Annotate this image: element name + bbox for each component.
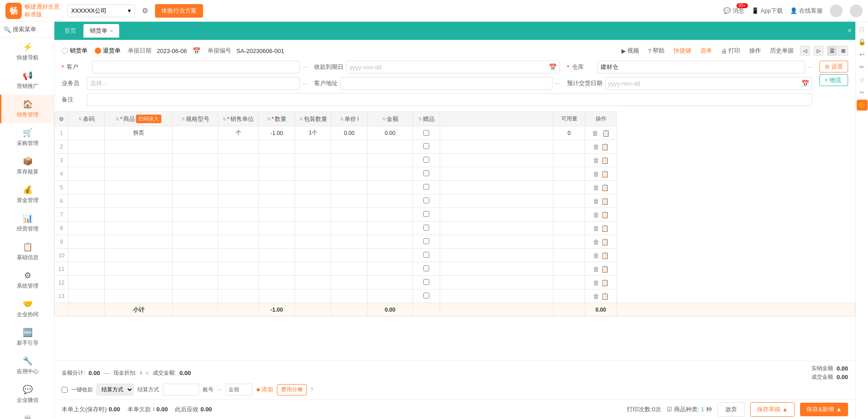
account-input[interactable]	[163, 384, 199, 395]
print-btn[interactable]: 🖨 打印	[718, 45, 743, 56]
delete-row-btn[interactable]: 🗑	[592, 238, 600, 246]
view-list-btn[interactable]: ☰	[827, 46, 837, 56]
copy-row-btn[interactable]: 📋	[600, 170, 610, 178]
avatar-extra[interactable]	[850, 5, 863, 17]
copy-row-btn[interactable]: 📋	[600, 225, 610, 232]
delete-row-btn[interactable]: 🗑	[592, 157, 600, 164]
copy-row-btn[interactable]: 📋	[600, 184, 610, 191]
copy-row-btn[interactable]: 📋	[601, 130, 611, 137]
tab-home[interactable]: 首页	[58, 24, 82, 38]
gift-checkbox[interactable]	[423, 225, 429, 231]
rs-btn-2[interactable]: 🔒	[857, 36, 868, 47]
gift-checkbox[interactable]	[423, 143, 429, 149]
payment-method-select[interactable]: 结算方式	[97, 384, 134, 395]
history-btn[interactable]: 历史单据	[767, 45, 796, 56]
delete-row-btn[interactable]: 🗑	[592, 225, 600, 232]
delete-row-btn[interactable]: 🗑	[591, 130, 599, 137]
amount-input[interactable]	[225, 384, 252, 395]
copy-row-btn[interactable]: 📋	[600, 279, 610, 286]
payment-date-calendar-icon[interactable]: 📅	[549, 63, 557, 71]
view-grid-btn[interactable]: ⊞	[838, 46, 848, 56]
rs-btn-6[interactable]: ✂	[857, 87, 868, 98]
gift-checkbox[interactable]	[423, 265, 429, 271]
save-draft-button[interactable]: 保存草稿 ▲	[750, 402, 795, 417]
calendar-icon[interactable]: 📅	[193, 47, 200, 54]
gift-checkbox[interactable]	[423, 170, 429, 176]
warehouse-input[interactable]: 建材仓	[597, 61, 805, 73]
copy-row-btn[interactable]: 📋	[600, 197, 610, 205]
copy-row-btn[interactable]: 📋	[600, 143, 610, 150]
service-button[interactable]: 👤 在线客服	[790, 7, 823, 15]
discount-info-icon[interactable]: ℹ	[140, 370, 142, 376]
delete-row-btn[interactable]: 🗑	[592, 279, 600, 286]
tab-close-icon[interactable]: ×	[110, 28, 113, 34]
settings-button[interactable]: ⚙ 设置	[820, 61, 848, 72]
split-help-icon[interactable]: ?	[310, 387, 313, 392]
app-download-button[interactable]: 📱 App下载	[752, 7, 783, 15]
gift-checkbox[interactable]	[423, 252, 429, 258]
warehouse-dots[interactable]: ···	[808, 64, 812, 70]
gear-button[interactable]: ⚙	[139, 5, 151, 17]
sidebar-item-system[interactable]: ⚙ 系统管理	[0, 266, 54, 294]
trial-button[interactable]: 体验行业方案	[155, 4, 203, 18]
gift-checkbox[interactable]	[423, 157, 429, 163]
delete-row-btn[interactable]: 🗑	[592, 143, 600, 150]
copy-row-btn[interactable]: 📋	[600, 157, 610, 164]
company-selector[interactable]: XXXXXX公司 ▾	[67, 5, 135, 17]
gift-checkbox[interactable]	[423, 184, 429, 190]
gift-checkbox[interactable]	[423, 130, 429, 136]
sidebar-item-sales[interactable]: 🏠 销售管理	[0, 95, 54, 123]
radio-sale[interactable]: 销货单	[62, 47, 87, 55]
nav-prev-btn[interactable]: ◁	[800, 46, 810, 56]
sidebar-item-appstore[interactable]: 🔧 应用中心	[0, 352, 54, 380]
delete-row-btn[interactable]: 🗑	[592, 184, 600, 191]
delete-row-btn[interactable]: 🗑	[592, 197, 600, 205]
delivery-date-input[interactable]: yyyy-mm-dd 📅	[605, 77, 812, 90]
sidebar-item-search[interactable]: 🔍 搜索菜单	[0, 22, 54, 38]
rs-btn-4[interactable]: ✏	[857, 62, 868, 72]
operation-btn[interactable]: 操作	[747, 45, 764, 56]
sidebar-item-basic[interactable]: 📋 基础信息	[0, 237, 54, 266]
add-payment-btn[interactable]: ● 添加	[256, 385, 273, 394]
rs-btn-1[interactable]: □	[857, 24, 868, 34]
remark-input[interactable]	[87, 93, 812, 106]
delete-row-btn[interactable]: 🗑	[592, 252, 600, 259]
sidebar-item-purchase[interactable]: 🛒 采购管理	[0, 123, 54, 152]
salesperson-input[interactable]: 选择...	[87, 77, 300, 90]
delivery-date-calendar-icon[interactable]: 📅	[801, 80, 809, 87]
gift-checkbox[interactable]	[423, 238, 429, 244]
delete-row-btn[interactable]: 🗑	[592, 293, 600, 300]
sidebar-item-inventory[interactable]: 📦 库存核算	[0, 152, 54, 180]
sidebar-item-enterprise[interactable]: 🤝 企业协同	[0, 294, 54, 323]
rs-btn-5[interactable]: ☆	[857, 74, 868, 85]
delete-row-btn[interactable]: 🗑	[592, 211, 600, 218]
nav-next-btn[interactable]: ▷	[814, 46, 824, 56]
copy-row-btn[interactable]: 📋	[600, 211, 610, 218]
gift-checkbox[interactable]	[423, 211, 429, 217]
customer-dots[interactable]: ···	[302, 64, 307, 70]
salesperson-dots[interactable]: ···	[302, 80, 307, 87]
sidebar-item-quicknav[interactable]: ⚡ 快捷导航	[0, 38, 54, 66]
sidebar-item-guide[interactable]: 🆕 新手引导	[0, 323, 54, 352]
address-input[interactable]	[340, 77, 552, 90]
discard-button[interactable]: 放弃	[718, 402, 745, 417]
message-button[interactable]: 💬 消息 99+	[723, 7, 744, 15]
help-btn[interactable]: ? 帮助	[645, 45, 667, 56]
copy-row-btn[interactable]: 📋	[600, 265, 610, 273]
gift-checkbox[interactable]	[423, 197, 429, 203]
gift-checkbox[interactable]	[423, 279, 429, 285]
sidebar-item-finance[interactable]: 💰 资金管理	[0, 180, 54, 209]
delete-row-btn[interactable]: 🗑	[592, 265, 600, 273]
rs-btn-7[interactable]: 🔶	[857, 100, 868, 111]
radio-return[interactable]: 退货单	[95, 47, 121, 55]
scan-btn[interactable]: 扫码录入	[136, 115, 161, 123]
save-new-button[interactable]: 保存&新增 ▲	[800, 403, 848, 416]
select-btn[interactable]: 选单	[698, 45, 715, 56]
logistics-button[interactable]: + 物流	[820, 74, 848, 86]
overdue-info-icon[interactable]: ℹ	[153, 406, 155, 412]
tab-sales[interactable]: 销货单 ×	[83, 24, 119, 38]
customer-input[interactable]	[92, 61, 300, 73]
copy-row-btn[interactable]: 📋	[600, 238, 610, 246]
sidebar-item-marketing[interactable]: 📢 营销推广	[0, 66, 54, 95]
gift-checkbox[interactable]	[423, 293, 429, 299]
